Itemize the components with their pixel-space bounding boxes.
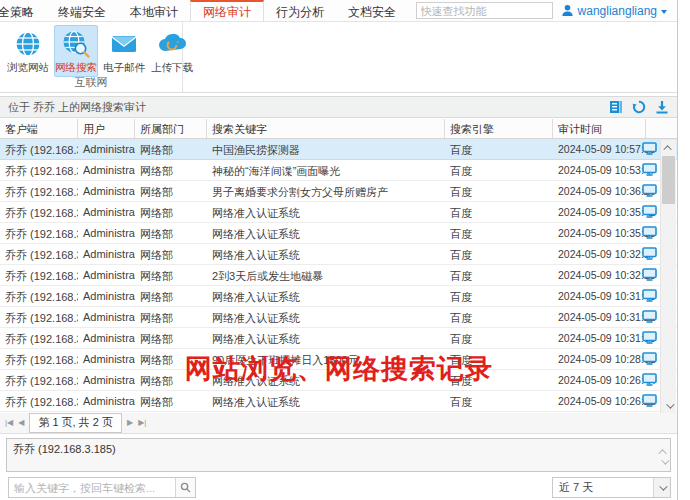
cell-client: 乔乔 (192.168.3...	[0, 349, 78, 369]
monitor-icon[interactable]	[642, 310, 657, 323]
table-row[interactable]: 乔乔 (192.168.3...Administra...网络部网络准入认证系统…	[0, 391, 677, 412]
column-header-keyword[interactable]: 搜索关键字	[207, 119, 445, 138]
cell-keyword: 神秘的“海洋间谍”画面曝光	[207, 160, 445, 180]
cell-client: 乔乔 (192.168.3...	[0, 202, 78, 222]
column-header-engine[interactable]: 搜索引擎	[445, 119, 553, 138]
table-row[interactable]: 乔乔 (192.168.3...Administra...网络部神秘的“海洋间谍…	[0, 160, 677, 181]
next-page-icon[interactable]: ▶	[127, 419, 133, 427]
column-header-user[interactable]: 用户	[78, 119, 135, 138]
table-row[interactable]: 乔乔 (192.168.3...Administra...网络部90后医生下班摆…	[0, 349, 677, 370]
cell-keyword: 网络准入认证系统	[207, 307, 445, 327]
monitor-icon[interactable]	[642, 394, 657, 407]
monitor-icon[interactable]	[642, 373, 657, 386]
cell-client: 乔乔 (192.168.3...	[0, 181, 78, 201]
monitor-icon[interactable]	[642, 268, 657, 281]
ribbon-buttons: 浏览网站 网络搜索	[0, 22, 182, 77]
scroll-up-icon[interactable]	[661, 140, 676, 155]
table-row[interactable]: 乔乔 (192.168.3...Administra...网络部2到3天后或发生…	[0, 265, 677, 286]
cell-department: 网络部	[135, 328, 207, 348]
table-row[interactable]: 乔乔 (192.168.3...Administra...网络部网络准入认证系统…	[0, 244, 677, 265]
scroll-down-icon[interactable]	[661, 398, 676, 413]
cell-time: 2024-05-09 10:32:18	[553, 265, 677, 285]
search-submit-button[interactable]	[175, 478, 195, 497]
table-row[interactable]: 乔乔 (192.168.3...Administra...网络部中国渔民捞探测器…	[0, 139, 677, 160]
menu-tab[interactable]: 网络审计	[190, 0, 264, 21]
cell-keyword: 网络准入认证系统	[207, 286, 445, 306]
cell-user: Administra...	[78, 286, 135, 306]
cell-user: Administra...	[78, 223, 135, 243]
columns-icon[interactable]	[609, 100, 623, 114]
cell-engine: 百度	[445, 223, 553, 243]
cell-client: 乔乔 (192.168.3...	[0, 265, 78, 285]
refresh-icon[interactable]	[632, 100, 646, 114]
monitor-icon[interactable]	[642, 163, 657, 176]
download-icon[interactable]	[655, 100, 669, 114]
monitor-icon[interactable]	[642, 352, 657, 365]
monitor-icon[interactable]	[642, 226, 657, 239]
cell-client: 乔乔 (192.168.3...	[0, 286, 78, 306]
first-page-icon[interactable]: |◀	[5, 419, 13, 427]
menu-tab[interactable]: 全策略	[0, 0, 46, 21]
vertical-scrollbar[interactable]	[660, 140, 676, 413]
upload-download-button[interactable]: 上传下载	[150, 25, 194, 77]
table-row[interactable]: 乔乔 (192.168.3...Administra...网络部网络准入认证系统…	[0, 328, 677, 349]
cell-client: 乔乔 (192.168.3...	[0, 370, 78, 390]
cell-engine: 百度	[445, 349, 553, 369]
menu-tab[interactable]: 本地审计	[118, 0, 190, 21]
cell-department: 网络部	[135, 307, 207, 327]
panel-scroll-down-icon[interactable]	[661, 451, 667, 469]
keyword-search-box	[8, 477, 196, 498]
cell-department: 网络部	[135, 349, 207, 369]
monitor-icon[interactable]	[642, 331, 657, 344]
scrollbar-thumb[interactable]	[662, 156, 675, 204]
table-row[interactable]: 乔乔 (192.168.3...Administra...网络部网络准入认证系统…	[0, 223, 677, 244]
date-range-select[interactable]: 近 7 天	[552, 477, 671, 498]
cell-keyword: 90后医生下班摆摊日入1500元	[207, 349, 445, 369]
monitor-icon[interactable]	[642, 142, 657, 155]
table-row[interactable]: 乔乔 (192.168.3...Administra...网络部网络准入认证系统…	[0, 286, 677, 307]
cell-time: 2024-05-09 10:26:44	[553, 370, 677, 390]
web-search-button[interactable]: 网络搜索	[54, 25, 98, 77]
date-range-value: 近 7 天	[553, 480, 653, 495]
column-header-time[interactable]: 审计时间	[553, 119, 677, 138]
last-page-icon[interactable]: ▶|	[138, 419, 146, 427]
table-row[interactable]: 乔乔 (192.168.3...Administra...网络部男子离婚要求分割…	[0, 181, 677, 202]
cell-keyword: 男子离婚要求分割女方父母所赠房产	[207, 181, 445, 201]
column-header-client[interactable]: 客户端	[0, 119, 78, 138]
cell-client: 乔乔 (192.168.3...	[0, 307, 78, 327]
quick-search-input[interactable]	[416, 2, 553, 19]
cell-user: Administra...	[78, 328, 135, 348]
table-row[interactable]: 乔乔 (192.168.3...Administra...网络部网络准入认证系统…	[0, 307, 677, 328]
keyword-search-input[interactable]	[9, 478, 175, 497]
cell-engine: 百度	[445, 286, 553, 306]
browse-website-button[interactable]: 浏览网站	[6, 25, 50, 77]
cell-keyword: 网络准入认证系统	[207, 370, 445, 390]
menu-tab[interactable]: 行为分析	[264, 0, 336, 21]
monitor-icon[interactable]	[642, 205, 657, 218]
menu-tab[interactable]: 文档安全	[336, 0, 408, 21]
cell-keyword: 网络准入认证系统	[207, 328, 445, 348]
monitor-icon[interactable]	[642, 289, 657, 302]
column-header-department[interactable]: 所属部门	[135, 119, 207, 138]
ribbon-button-label: 电子邮件	[103, 61, 145, 75]
cell-time: 2024-05-09 10:31:00	[553, 328, 677, 348]
monitor-icon[interactable]	[642, 184, 657, 197]
cell-engine: 百度	[445, 328, 553, 348]
menu-tab[interactable]: 工具箱	[408, 0, 416, 21]
menu-tab[interactable]: 终端安全	[46, 0, 118, 21]
cell-department: 网络部	[135, 160, 207, 180]
cell-client: 乔乔 (192.168.3...	[0, 160, 78, 180]
cell-department: 网络部	[135, 139, 207, 159]
table-row[interactable]: 乔乔 (192.168.3...Administra...网络部网络准入认证系统…	[0, 202, 677, 223]
ribbon-button-label: 浏览网站	[7, 61, 49, 75]
cell-engine: 百度	[445, 265, 553, 285]
cell-user: Administra...	[78, 139, 135, 159]
chevron-down-icon	[653, 478, 670, 497]
cell-time: 2024-05-09 10:35:42	[553, 202, 677, 222]
menu-tabs: 全策略终端安全本地审计网络审计行为分析文档安全工具箱系统管理	[0, 0, 416, 21]
prev-page-icon[interactable]: ◀	[18, 419, 24, 427]
user-menu[interactable]: wangliangliang	[561, 4, 667, 18]
email-button[interactable]: 电子邮件	[102, 25, 146, 77]
table-row[interactable]: 乔乔 (192.168.3...Administra...网络部网络准入认证系统…	[0, 370, 677, 391]
monitor-icon[interactable]	[642, 247, 657, 260]
